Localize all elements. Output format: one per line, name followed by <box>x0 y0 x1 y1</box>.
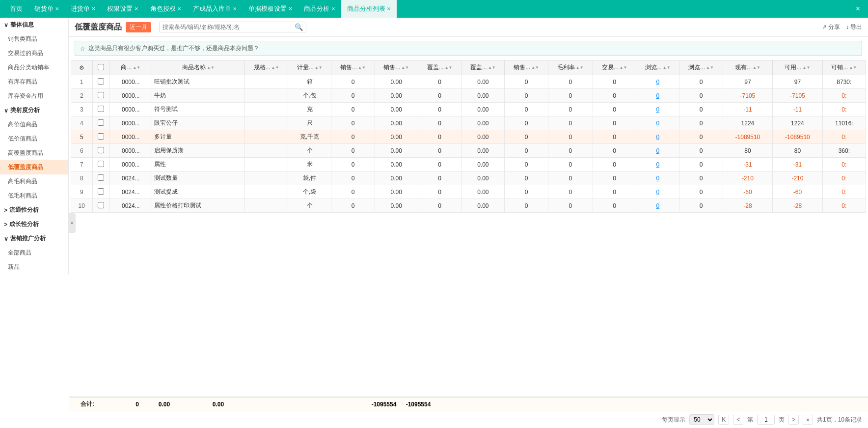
row-checkbox[interactable] <box>92 116 109 130</box>
sidebar-item-low-value[interactable]: 低价值商品 <box>0 132 68 146</box>
row-usable-stock: -1089510 <box>773 130 823 144</box>
th-current-stock[interactable]: 现有...▲▼ <box>723 60 773 75</box>
sidebar-item-low-profit[interactable]: 低毛利商品 <box>0 189 68 203</box>
info-text: 这类商品只有很少客户购买过，是推广不够，还是商品本身问题？ <box>88 44 259 53</box>
row-name: 多计量 <box>152 130 245 144</box>
sidebar-item-all-goods[interactable]: 全部商品 <box>0 246 68 260</box>
row-checkbox[interactable] <box>92 89 109 103</box>
row-trade: 0 <box>593 89 636 103</box>
row-number: 8 <box>71 171 93 185</box>
row-cover2: 0.00 <box>461 89 505 103</box>
th-checkbox[interactable] <box>92 60 109 75</box>
per-page-label: 每页显示 <box>662 416 685 424</box>
row-checkbox[interactable] <box>92 130 109 144</box>
row-checkbox[interactable] <box>92 171 109 185</box>
row-view1: 0 <box>636 103 679 116</box>
search-input[interactable] <box>163 24 295 30</box>
th-spec[interactable]: 规格...▲▼ <box>244 60 288 75</box>
row-sales3: 0 <box>505 130 548 144</box>
sort-icon-name: ▲▼ <box>207 66 215 70</box>
per-page-select[interactable]: 50 100 <box>689 414 714 425</box>
sidebar-section-liquidity[interactable]: > 流通性分析 <box>0 203 68 217</box>
sidebar-section-growth[interactable]: > 成长性分析 <box>0 217 68 231</box>
select-all-checkbox[interactable] <box>98 64 104 70</box>
nav-product-analysis[interactable]: 商品分析 × <box>298 0 341 18</box>
search-box[interactable]: 🔍 <box>159 22 306 32</box>
row-checkbox[interactable] <box>92 199 109 213</box>
first-page-btn[interactable]: K <box>718 415 729 425</box>
page-number-input[interactable] <box>757 415 775 425</box>
table-container[interactable]: ⚙ 商...▲▼ 商品名称▲▼ 规格...▲▼ <box>71 60 866 397</box>
row-cover1: 0 <box>418 103 461 116</box>
share-button[interactable]: ↗ 分享 <box>822 23 840 31</box>
table-header-row: ⚙ 商...▲▼ 商品名称▲▼ 规格...▲▼ <box>71 60 866 75</box>
th-code[interactable]: 商...▲▼ <box>109 60 152 75</box>
sidebar-section-coverage[interactable]: ∨ 类射度分析 <box>0 103 68 117</box>
sidebar-item-sales-goods[interactable]: 销售类商品 <box>0 32 68 46</box>
sidebar-item-high-value[interactable]: 高价值商品 <box>0 117 68 132</box>
row-sales3: 0 <box>505 158 548 171</box>
nav-permissions[interactable]: 权限设置 × <box>101 0 144 18</box>
last-page-btn[interactable]: » <box>803 415 813 425</box>
row-cover2: 0.00 <box>461 185 505 199</box>
nav-product-analysis-list[interactable]: 商品分析列表 × <box>341 0 397 18</box>
arrow-liquidity: > <box>4 207 7 214</box>
nav-sales[interactable]: 销货单 × <box>28 0 65 18</box>
sidebar-item-stock-capital[interactable]: 库存资金占用 <box>0 89 68 103</box>
nav-purchase[interactable]: 进货单 × <box>65 0 101 18</box>
th-trade[interactable]: 交易...▲▼ <box>593 60 636 75</box>
sidebar-section-marketing[interactable]: ∨ 营销推广分析 <box>0 231 68 246</box>
row-sales-amt: 0.00 <box>375 199 418 213</box>
row-number: 6 <box>71 144 93 158</box>
th-unit[interactable]: 计量...▲▼ <box>288 60 331 75</box>
sidebar-item-category-rate[interactable]: 商品分类动销率 <box>0 60 68 75</box>
row-checkbox[interactable] <box>92 158 109 171</box>
nav-roles[interactable]: 角色授权 × <box>144 0 187 18</box>
row-checkbox[interactable] <box>92 103 109 116</box>
sidebar-item-high-coverage[interactable]: 高覆盖度商品 <box>0 146 68 160</box>
th-sales-amt[interactable]: 销售...▲▼ <box>375 60 418 75</box>
row-trade: 0 <box>593 171 636 185</box>
nav-products-in[interactable]: 产成品入库单 × <box>187 0 243 18</box>
th-sales3[interactable]: 销售...▲▼ <box>505 60 548 75</box>
th-saleable[interactable]: 可销...▲▼ <box>822 60 866 75</box>
nav-home[interactable]: 首页 <box>4 0 28 18</box>
th-view1[interactable]: 浏览...▲▼ <box>636 60 679 75</box>
th-cover1[interactable]: 覆盖...▲▼ <box>418 60 461 75</box>
sidebar-item-high-profit[interactable]: 高毛利商品 <box>0 174 68 189</box>
period-button[interactable]: 近一月 <box>126 22 151 32</box>
sidebar-item-stocked-goods[interactable]: 有库存商品 <box>0 75 68 89</box>
th-usable-stock[interactable]: 可用...▲▼ <box>773 60 823 75</box>
row-checkbox[interactable] <box>92 185 109 199</box>
settings-icon[interactable]: ⚙ <box>79 64 84 71</box>
row-gross-margin: 0 <box>548 158 593 171</box>
sidebar-item-new-goods[interactable]: 新品 <box>0 260 68 274</box>
sidebar-item-low-coverage[interactable]: 低覆盖度商品 <box>0 160 68 174</box>
th-gross-margin[interactable]: 毛利率▲▼ <box>548 60 593 75</box>
row-spec <box>244 75 288 89</box>
sidebar-item-traded-goods[interactable]: 交易过的商品 <box>0 46 68 60</box>
footer-sales-amt: 0.00 <box>151 401 178 408</box>
th-cover2[interactable]: 覆盖...▲▼ <box>461 60 505 75</box>
row-checkbox[interactable] <box>92 144 109 158</box>
row-checkbox[interactable] <box>92 75 109 89</box>
th-view2[interactable]: 浏览...▲▼ <box>679 60 723 75</box>
row-code: 0024... <box>109 199 152 213</box>
th-sales-qty[interactable]: 销售...▲▼ <box>331 60 375 75</box>
table-row: 60000...启用保质期个00.0000.00000008080360: <box>71 144 866 158</box>
content-header: 低覆盖度商品 近一月 🔍 ↗ 分享 ↓ 导出 <box>69 18 868 37</box>
th-settings[interactable]: ⚙ <box>71 60 93 75</box>
next-page-btn[interactable]: > <box>788 415 799 425</box>
table-row: 10000...旺铺批次测试箱00.0000.000000097978730: <box>71 75 866 89</box>
prev-page-btn[interactable]: < <box>733 415 743 425</box>
row-usable-stock: -7105 <box>773 89 823 103</box>
sort-icon-spec: ▲▼ <box>271 66 279 70</box>
th-name[interactable]: 商品名称▲▼ <box>152 60 245 75</box>
nav-template-settings[interactable]: 单据模板设置 × <box>243 0 298 18</box>
row-view1: 0 <box>636 144 679 158</box>
close-button[interactable]: × <box>852 4 864 13</box>
sidebar-collapse-btn[interactable]: « <box>69 213 76 233</box>
sidebar-section-overall[interactable]: ∨ 整体信息 <box>0 18 68 32</box>
row-code: 0000... <box>109 144 152 158</box>
export-button[interactable]: ↓ 导出 <box>846 23 862 31</box>
